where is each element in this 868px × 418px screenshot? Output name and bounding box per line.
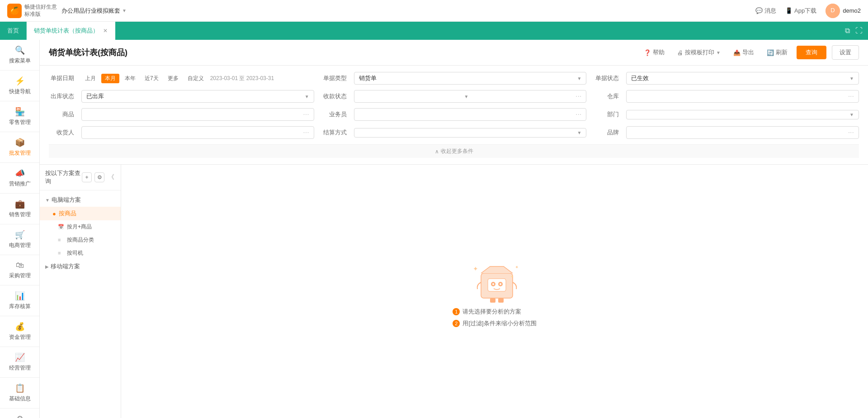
template-print-btn[interactable]: 🖨 按模板打印 ▼ xyxy=(674,47,724,58)
collapse-up-icon: ∧ xyxy=(435,148,439,155)
sidebar-item-basics[interactable]: 📋 基础信息 xyxy=(0,378,39,408)
docstatus-chevron-icon: ▼ xyxy=(849,76,854,81)
wholesale-icon: 📦 xyxy=(15,138,25,147)
receivestatus-label: 收款状态 xyxy=(321,92,347,100)
query-btn[interactable]: 查询 xyxy=(797,46,826,59)
outstatus-chevron-icon: ▼ xyxy=(305,94,309,99)
doctype-select[interactable]: 销货单 ▼ xyxy=(354,72,587,85)
goods-select[interactable]: ··· xyxy=(81,108,314,121)
sidebar-item-purchase[interactable]: 🛍 采购管理 xyxy=(0,255,39,285)
goods-dots[interactable]: ··· xyxy=(303,110,309,119)
sidebar-item-system[interactable]: ⚙ 系统管理 xyxy=(0,408,39,418)
header-left: 🍊 畅捷信好生意 标准版 办公用品行业模拟账套 ▼ xyxy=(7,4,127,18)
sidebar-item-retail[interactable]: 🏪 零售管理 xyxy=(0,101,39,132)
tab-sales-stats[interactable]: 销货单统计表（按商品） ✕ xyxy=(27,22,115,40)
consignee-dots[interactable]: ··· xyxy=(303,128,309,137)
date-tab-more[interactable]: 更多 xyxy=(164,74,182,83)
tree-item-by-goods[interactable]: ● 按商品 xyxy=(40,207,121,220)
subitem-icon: 📅 xyxy=(58,224,64,230)
download-icon: 📱 xyxy=(785,7,793,14)
empty-text: 1 请先选择要分析的方案 2 用[过滤]条件来缩小分析范围 xyxy=(453,308,536,328)
brand-select[interactable]: ··· xyxy=(626,126,859,139)
tree-group-pc: ▼ 电脑端方案 ● 按商品 📅 按月+商品 ≡ xyxy=(40,193,121,260)
print-icon: 🖨 xyxy=(677,49,683,56)
scheme-settings-btn[interactable]: ⚙ xyxy=(94,172,104,182)
salesperson-dots[interactable]: ··· xyxy=(576,110,581,119)
page-header-top: 销货单统计表(按商品) ❓ 帮助 🖨 按模板打印 ▼ 📤 导出 xyxy=(49,45,859,60)
date-tab-thisyear[interactable]: 本年 xyxy=(121,74,139,83)
tab-maximize-btn[interactable]: ⛶ xyxy=(854,25,864,37)
refresh-icon: 🔄 xyxy=(767,49,774,56)
warehouse-dots[interactable]: ··· xyxy=(848,92,854,100)
sidebar-item-finance[interactable]: 💰 资金管理 xyxy=(0,316,39,347)
main-body: 按以下方案查询 + ⚙ 《 ▼ 电脑端方案 xyxy=(40,165,868,418)
workspace-selector[interactable]: 办公用品行业模拟账套 ▼ xyxy=(61,7,127,15)
receivestatus-select[interactable]: ▼ ··· xyxy=(354,90,587,103)
empty-illustration: ✦ ✦ ✦ xyxy=(467,255,522,300)
user-profile[interactable]: D demo2 xyxy=(826,4,861,18)
salesperson-label: 业务员 xyxy=(321,110,347,119)
docstatus-label: 单据状态 xyxy=(594,74,619,82)
page-title: 销货单统计表(按商品) xyxy=(49,47,127,58)
sidebar-item-operations[interactable]: 📈 经营管理 xyxy=(0,347,39,378)
page-actions: ❓ 帮助 🖨 按模板打印 ▼ 📤 导出 🔄 刷新 xyxy=(640,45,859,60)
tree-group-mobile-header[interactable]: ▶ 移动端方案 xyxy=(40,260,121,273)
quicknav-icon: ⚡ xyxy=(15,76,25,86)
consignee-select[interactable]: ··· xyxy=(81,126,314,139)
brand-label: 品牌 xyxy=(594,128,619,137)
receivestatus-chevron-icon: ▼ xyxy=(464,94,468,99)
page-header: 销货单统计表(按商品) ❓ 帮助 🖨 按模板打印 ▼ 📤 导出 xyxy=(40,40,868,66)
tree-group-pc-header[interactable]: ▼ 电脑端方案 xyxy=(40,193,121,207)
svg-rect-8 xyxy=(490,298,495,303)
date-tab-lastmonth[interactable]: 上月 xyxy=(81,74,99,83)
date-tab-custom[interactable]: 自定义 xyxy=(184,74,208,83)
brand-dots[interactable]: ··· xyxy=(848,128,854,137)
sidebar-item-search[interactable]: 🔍 搜索菜单 xyxy=(0,40,39,71)
payment-select[interactable]: ▼ xyxy=(354,128,587,138)
tree-item-category[interactable]: ≡ 按商品分类 xyxy=(40,233,121,247)
date-tab-thismonth[interactable]: 本月 xyxy=(101,74,119,83)
sidebar-item-marketing[interactable]: 📣 营销推广 xyxy=(0,163,39,194)
dept-select[interactable]: ▼ xyxy=(626,110,859,119)
message-btn[interactable]: 💬 消息 xyxy=(755,7,776,15)
tree-item-month-goods[interactable]: 📅 按月+商品 xyxy=(40,220,121,233)
sidebar-item-sales[interactable]: 💼 销售管理 xyxy=(0,194,39,224)
app-download-btn[interactable]: 📱 App下载 xyxy=(785,7,816,15)
data-area: ✦ ✦ ✦ 1 请先选择要分析的方案 2 用[过滤]条件来缩小分析范围 xyxy=(121,165,868,418)
tab-restore-btn[interactable]: ⧉ xyxy=(843,25,852,37)
tree-group-label: 电脑端方案 xyxy=(52,196,81,204)
sidebar-item-wholesale[interactable]: 📦 批发管理 xyxy=(0,132,39,163)
filter-row-4: 收货人 ··· 结算方式 ▼ 品牌 xyxy=(49,126,859,139)
header-right: 💬 消息 📱 App下载 D demo2 xyxy=(755,4,861,18)
collapse-filter-btn[interactable]: ∧ 收起更多条件 xyxy=(49,144,859,158)
settings-btn[interactable]: 设置 xyxy=(832,45,859,60)
doctype-chevron-icon: ▼ xyxy=(577,76,581,81)
refresh-btn[interactable]: 🔄 刷新 xyxy=(763,47,791,58)
operations-icon: 📈 xyxy=(15,352,25,362)
active-item-icon: ● xyxy=(52,210,56,217)
docstatus-select[interactable]: 已生效 ▼ xyxy=(626,72,859,85)
sidebar-item-quicknav[interactable]: ⚡ 快捷导航 xyxy=(0,71,39,101)
tab-close-btn[interactable]: ✕ xyxy=(103,28,108,34)
tree-item-driver[interactable]: ≡ 按司机 xyxy=(40,247,121,260)
outstatus-select[interactable]: 已出库 ▼ xyxy=(81,90,314,103)
outstatus-value: 已出库 xyxy=(86,92,104,100)
warehouse-select[interactable]: ··· xyxy=(626,90,859,103)
filter-row-3: 商品 ··· 业务员 ··· 部门 xyxy=(49,108,859,121)
scheme-collapse-btn[interactable]: 《 xyxy=(107,172,115,182)
sales-icon: 💼 xyxy=(15,199,25,209)
date-tab-7days[interactable]: 近7天 xyxy=(141,74,162,83)
help-btn[interactable]: ❓ 帮助 xyxy=(640,47,668,58)
warehouse-label: 仓库 xyxy=(594,92,619,100)
export-btn[interactable]: 📤 导出 xyxy=(730,47,758,58)
sidebar-item-inventory[interactable]: 📊 库存核算 xyxy=(0,285,39,316)
content-area: 销货单统计表(按商品) ❓ 帮助 🖨 按模板打印 ▼ 📤 导出 xyxy=(40,40,868,418)
receivestatus-dots[interactable]: ··· xyxy=(576,92,581,100)
date-filter-control: 上月 本月 本年 近7天 更多 自定义 2023-03-01 至 2023-03… xyxy=(81,74,314,83)
salesperson-select[interactable]: ··· xyxy=(354,108,587,121)
sidebar-item-ecommerce[interactable]: 🛒 电商管理 xyxy=(0,224,39,255)
tab-home[interactable]: 首页 xyxy=(0,22,27,40)
scheme-add-btn[interactable]: + xyxy=(82,172,92,182)
search-icon: 🔍 xyxy=(15,45,25,55)
logo-area: 🍊 畅捷信好生意 标准版 xyxy=(7,4,57,18)
